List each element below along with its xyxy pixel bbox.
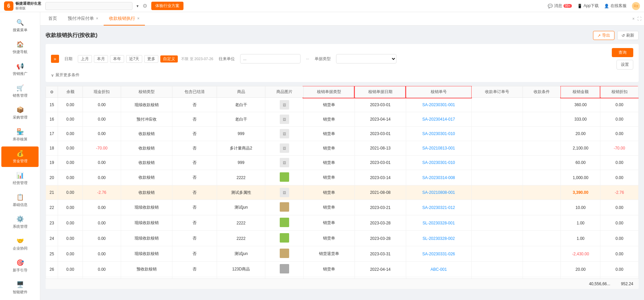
tab-receipt-close[interactable]: × [137,16,140,21]
row-receipt-cond [523,231,561,246]
sidebar-item-system[interactable]: ⚙️ 系统管理 [1,212,39,232]
col-doc-date: 核销单据日期 [355,86,406,98]
counterpart-input[interactable] [240,54,301,63]
settings-icon[interactable]: ⚙ [143,3,147,9]
doc-no-link[interactable]: SA-20210808-001 [422,190,455,195]
doc-no-link[interactable]: SA-20230321-012 [422,205,455,210]
doc-no-link[interactable]: SA-20230301-010 [422,160,455,165]
sidebar-item-marketing[interactable]: 📢 营销推广 [1,59,39,80]
sidebar-item-basic[interactable]: 📋 基础信息 [1,190,39,211]
row-receipt-order [471,200,523,215]
table-scroll[interactable]: ⚙ 余额 现金折扣 核销类型 包含已结清 商品 商品图片 核销单据类型 核销单据… [46,86,639,278]
row-type: 现续收款核销 [121,215,172,231]
inventory-icon: 🏪 [16,128,24,135]
doc-no-link[interactable]: SA-20230314-008 [422,175,455,180]
row-receipt-order [471,112,523,127]
row-doc-type: 销货单 [303,262,355,277]
setting-button[interactable]: 设置 [616,60,633,70]
online-service-btn[interactable]: 👤 在线客服 [604,3,627,9]
row-receipt-order [471,185,523,200]
footer-total-discount: 952.24 [621,282,633,286]
date-last-month-btn[interactable]: 上月 [78,55,92,63]
tab-home[interactable]: 首页 [43,12,62,26]
sidebar-item-inventory[interactable]: 🏪 库存核算 [1,125,39,145]
row-balance: 0.00 [58,127,83,141]
doc-no-link[interactable]: SA-20230331-026 [422,252,455,256]
row-cash-discount: 0.00 [83,246,121,262]
query-button[interactable]: 查询 [612,48,633,57]
row-doc-no: SA-20230314-008 [406,170,471,185]
finance-icon: 💰 [16,150,24,157]
sidebar-item-hardware[interactable]: 🖥️ 智能硬件 [1,277,39,298]
filter-expand-btn[interactable]: ∨ 展开更多条件 [51,72,633,78]
product-image: 🖼 [280,158,289,167]
doc-no-link[interactable]: SA-20230301-001 [422,102,455,107]
tab-expand-icon[interactable]: ⛶ [637,16,641,21]
content-area: 首页 预付冲应付单 × 收款核销执行 × × ⛶ 收款核销执行(按收款) [40,12,644,300]
row-goods-img: 🖼 [265,127,304,141]
solution-button[interactable]: 体验行业方案 [151,2,183,10]
row-doc-date: 2023-03-01 [355,98,406,112]
row-receipt-cond [523,262,561,277]
doc-no-link[interactable]: SA-20230414-017 [422,117,455,122]
search-input[interactable] [45,2,132,10]
tabs-right: × ⛶ [632,16,641,21]
row-receipt-cond [523,215,561,231]
date-custom-btn[interactable]: 自定义 [160,55,178,62]
message-icon: 💬 [548,4,553,8]
date-more-btn[interactable]: 更多 [144,55,158,63]
col-goods: 商品 [217,86,265,98]
date-7days-btn[interactable]: 近7天 [126,55,143,63]
row-id: 22 [46,200,58,215]
refresh-button[interactable]: ↺ 刷新 [617,31,639,40]
row-cash-discount: 0.00 [83,231,121,246]
receipt-type-select[interactable] [336,54,396,63]
export-button[interactable]: ↗ 导出 [593,31,614,40]
row-type: 现续收款核销 [121,98,172,112]
doc-no-link[interactable]: SL-20230328-001 [423,221,455,225]
sidebar-item-sales[interactable]: 🛒 销售管理 [1,81,39,101]
doc-no-link[interactable]: SA-20230301-010 [422,131,455,136]
receipt-type-label: 单据类型 [315,56,331,62]
row-amount: 1.00 [561,215,600,231]
search-dropdown[interactable]: ▾ [137,4,139,8]
date-filter-label: 日期 [64,56,72,62]
row-goods: 多计量商品2 [217,141,265,156]
row-type: 现续收款核销 [121,200,172,215]
date-this-month-btn[interactable]: 本月 [94,55,108,63]
row-doc-type: 销货退货单 [303,246,355,262]
top-bar-right: 💬 消息 99+ 📱 App下载 👤 在线客服 Rit [548,2,640,10]
sidebar-item-finance[interactable]: 💰 资金管理 [1,146,39,167]
doc-no-link[interactable]: SL-20230328-002 [423,236,455,241]
col-settings[interactable]: ⚙ [46,86,58,98]
date-this-year-btn[interactable]: 本年 [110,55,124,63]
row-balance: 0.00 [58,246,83,262]
doc-no-link[interactable]: SA-20210813-001 [422,146,455,151]
col-doc-type: 核销单据类型 [303,86,355,98]
row-cash-discount: 0.00 [83,156,121,170]
purchase-icon: 📦 [16,106,24,114]
page-title: 收款核销执行(按收款) [46,32,98,39]
sidebar-item-guide[interactable]: 🎯 新手引导 [1,256,39,276]
app-download-btn[interactable]: 📱 App下载 [577,3,599,9]
row-discount: 0.00 [600,170,639,185]
row-doc-no: ABC-001 [406,262,471,277]
messages-btn[interactable]: 💬 消息 99+ [548,3,572,9]
row-goods-img [265,215,304,231]
tab-minimize-icon[interactable]: × [632,16,635,21]
row-goods: 测试jun [217,200,265,215]
user-avatar[interactable]: Rit [632,2,640,10]
sidebar-item-search[interactable]: 🔍 搜索菜单 [1,15,39,36]
tab-prepay[interactable]: 预付冲应付单 × [62,12,104,26]
tab-prepay-close[interactable]: × [96,16,98,21]
filter-collapse-btn[interactable]: » [51,55,59,63]
sidebar-item-management[interactable]: 📊 经营管理 [1,168,39,189]
tab-receipt[interactable]: 收款核销执行 × [104,12,145,26]
sidebar-item-nav[interactable]: 🏠 快捷导航 [1,37,39,58]
row-goods-img [265,262,304,277]
table-row: 21 0.00 -2.76 收款核销 否 测试多属性 🖼 销货单 2021-08… [46,185,639,200]
sidebar-item-purchase[interactable]: 📦 采购管理 [1,103,39,123]
sidebar-item-corp[interactable]: 🤝 企业协同 [1,234,39,254]
row-amount: 1,000.00 [561,170,600,185]
doc-no-link[interactable]: ABC-001 [430,267,447,272]
